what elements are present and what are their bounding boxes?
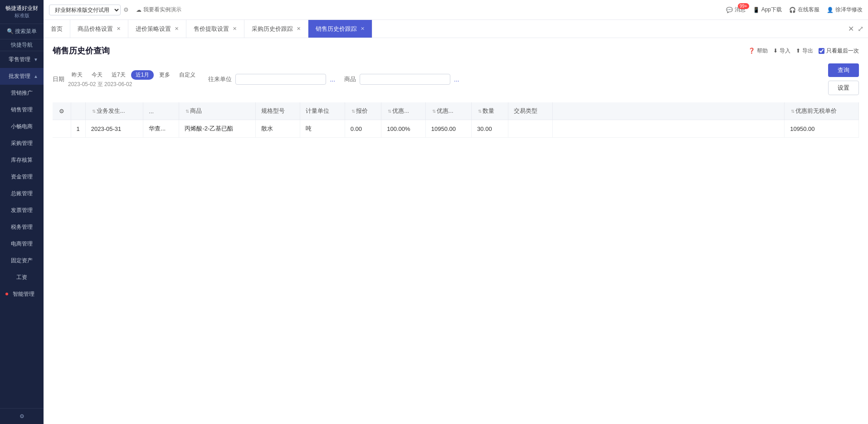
product-input[interactable] (360, 74, 450, 85)
help-label: 帮助 (757, 47, 768, 55)
sidebar-logo: 畅捷通好业财 标准版 (0, 0, 44, 24)
query-button[interactable]: 查询 (828, 63, 859, 77)
cell-partner: 华查... (143, 120, 179, 138)
th-product[interactable]: ⇅ 商品 (179, 102, 256, 120)
table-header-row: ⚙ ⇅ 业务发生... ... ⇅ (53, 102, 859, 120)
app-label: App下载 (761, 6, 782, 14)
th-product-label: 商品 (190, 107, 202, 115)
sidebar-item-salary[interactable]: 工资 (0, 269, 44, 286)
tab-purchase-history[interactable]: 采购历史价跟踪 ✕ (244, 20, 308, 38)
tab-sale-extract-close-icon[interactable]: ✕ (233, 26, 237, 32)
cell-row-num: 1 (71, 120, 85, 138)
th-price[interactable]: ⇅ 报价 (345, 102, 381, 120)
maximize-icon[interactable]: ⤢ (858, 24, 863, 33)
app-download-button[interactable]: 📱 App下载 (753, 6, 782, 14)
page-actions: ❓ 帮助 ⬇ 导入 ⬆ 导出 只看最后一次 (748, 47, 859, 55)
partner-input[interactable] (235, 74, 326, 85)
date-filter-group: 日期 昨天 今天 近7天 近1月 更多 自定义 2023-05-02 至 202… (53, 70, 199, 88)
topbar-gear-icon[interactable]: ⚙ (123, 6, 129, 13)
cell-settings (53, 120, 71, 138)
date-options-row: 昨天 今天 近7天 近1月 更多 自定义 (68, 70, 199, 80)
sidebar-item-wholesale-label: 批发管理 (5, 72, 34, 80)
th-discount1[interactable]: ⇅ 优惠... (381, 102, 426, 120)
date-option-last7[interactable]: 近7天 (108, 70, 129, 80)
only-last-checkbox[interactable]: 只看最后一次 (819, 47, 859, 55)
sidebar-item-retail[interactable]: 零售管理 ▼ (0, 51, 44, 68)
sidebar-item-ecommerce[interactable]: 电商管理 (0, 236, 44, 252)
tab-product-price-close-icon[interactable]: ✕ (117, 26, 121, 32)
sidebar-item-wholesale[interactable]: 批发管理 ▲ (0, 68, 44, 85)
th-biz-date[interactable]: ⇅ 业务发生... (85, 102, 143, 120)
version-selector[interactable]: 好业财标准版交付试用 ⚙ (49, 5, 129, 15)
th-discount1-label: 优惠... (392, 107, 409, 115)
sidebar-item-purchase[interactable]: 采购管理 (0, 135, 44, 152)
th-more[interactable]: ... (143, 102, 179, 120)
version-dropdown[interactable]: 好业财标准版交付试用 (49, 5, 121, 15)
date-option-last1month[interactable]: 近1月 (131, 70, 154, 80)
tab-home[interactable]: 首页 (44, 20, 70, 38)
sidebar-item-smart[interactable]: 智能管理 (0, 286, 44, 303)
import-label: 导入 (780, 47, 790, 55)
sidebar-quick-nav[interactable]: 快捷导航 (0, 39, 44, 51)
export-button[interactable]: ⬆ 导出 (796, 47, 813, 55)
sidebar-item-invoice[interactable]: 发票管理 (0, 202, 44, 219)
tab-price-strategy-close-icon[interactable]: ✕ (175, 26, 179, 32)
table-row: 1 2023-05-31 华查... 丙烯酸-2-乙基已酯 散水 吨 0.00 … (53, 120, 859, 138)
import-button[interactable]: ⬇ 导入 (773, 47, 790, 55)
th-pretax-price[interactable]: ⇅ 优惠前无税单价 (785, 102, 859, 120)
date-option-custom[interactable]: 自定义 (176, 70, 199, 80)
sidebar-item-inventory[interactable]: 库存核算 (0, 152, 44, 169)
online-service-button[interactable]: 🎧 在线客服 (789, 6, 819, 14)
message-icon: 💬 (726, 7, 733, 13)
tab-sale-extract-label: 售价提取设置 (194, 25, 229, 33)
sidebar-item-salary-label: 工资 (5, 274, 38, 281)
sidebar-item-fixed-assets[interactable]: 固定资产 (0, 252, 44, 269)
message-button[interactable]: 💬 消息 99+ (726, 6, 746, 14)
tab-sales-history[interactable]: 销售历史价跟踪 ✕ (308, 20, 372, 38)
sidebar-item-purchase-label: 采购管理 (5, 140, 38, 147)
th-unit: 计量单位 (300, 102, 345, 120)
cell-discount1: 100.00% (381, 120, 426, 138)
sort-price-icon: ⇅ (351, 109, 355, 114)
sort-discount2-icon: ⇅ (432, 109, 436, 114)
th-quantity[interactable]: ⇅ 数量 (472, 102, 508, 120)
tab-price-strategy[interactable]: 进价策略设置 ✕ (128, 20, 186, 38)
sidebar: 畅捷通好业财 标准版 🔍 搜索菜单 快捷导航 零售管理 ▼ 批发管理 ▲ 营销推… (0, 0, 44, 424)
demo-link[interactable]: ☁ 我要看实例演示 (136, 6, 181, 14)
close-window-icon[interactable]: ✕ (848, 24, 854, 33)
th-biz-date-label: 业务发生... (97, 107, 125, 115)
cell-pretax-price: 10950.00 (785, 120, 859, 138)
cell-price: 0.00 (345, 120, 381, 138)
sidebar-search[interactable]: 🔍 搜索菜单 (0, 24, 44, 39)
settings-button[interactable]: 设置 (828, 81, 859, 95)
sidebar-item-sales[interactable]: 销售管理 (0, 101, 44, 118)
date-option-more[interactable]: 更多 (156, 70, 174, 80)
th-discount2-label: 优惠... (437, 107, 454, 115)
date-option-yesterday[interactable]: 昨天 (68, 70, 86, 80)
sidebar-item-marketing[interactable]: 营销推广 (0, 85, 44, 101)
product-dots[interactable]: ... (454, 76, 459, 83)
sidebar-item-invoice-label: 发票管理 (5, 207, 38, 214)
cell-discount2: 10950.00 (425, 120, 471, 138)
cloud-icon: ☁ (136, 7, 141, 13)
sidebar-item-tax[interactable]: 税务管理 (0, 219, 44, 236)
user-name-label: 徐泽华修改 (835, 6, 863, 14)
tab-sale-extract[interactable]: 售价提取设置 ✕ (186, 20, 244, 38)
sidebar-item-general-ledger[interactable]: 总账管理 (0, 185, 44, 202)
date-option-today[interactable]: 今天 (88, 70, 106, 80)
sidebar-item-ecommerce-small[interactable]: 小畅电商 (0, 118, 44, 135)
tab-purchase-history-close-icon[interactable]: ✕ (297, 26, 301, 32)
sidebar-settings-button[interactable]: ⚙ (0, 408, 44, 424)
tab-sales-history-close-icon[interactable]: ✕ (361, 26, 365, 32)
help-button[interactable]: ❓ 帮助 (748, 47, 768, 55)
th-quantity-label: 数量 (483, 107, 494, 115)
only-last-checkbox-input[interactable] (819, 48, 824, 54)
search-icon: 🔍 (7, 28, 14, 34)
th-settings[interactable]: ⚙ (53, 102, 71, 120)
tab-product-price[interactable]: 商品价格设置 ✕ (70, 20, 128, 38)
user-menu-button[interactable]: 👤 徐泽华修改 (827, 6, 863, 14)
date-label: 日期 (53, 75, 64, 83)
partner-dots[interactable]: ... (330, 76, 335, 83)
sidebar-item-finance[interactable]: 资金管理 (0, 169, 44, 185)
th-discount2[interactable]: ⇅ 优惠... (425, 102, 471, 120)
